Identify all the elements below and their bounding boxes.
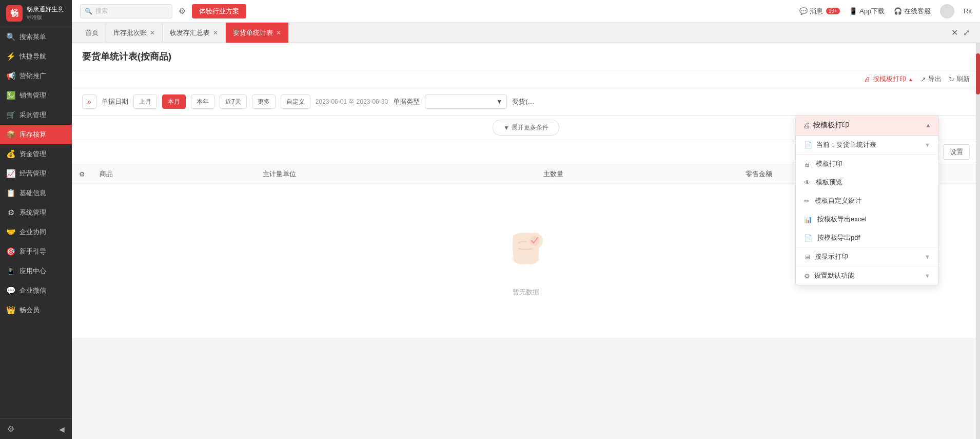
date-more-btn[interactable]: 更多	[252, 94, 276, 109]
date-label: 单据日期	[102, 97, 128, 106]
tab-order-stats-close[interactable]: ✕	[276, 29, 281, 36]
sidebar-item-system[interactable]: ⚙ 系统管理	[0, 203, 72, 222]
messages-icon: 💬	[799, 7, 808, 15]
print-btn[interactable]: 🖨 按模板打印 ▲	[864, 74, 913, 84]
display-print-section[interactable]: 🖥 按显示打印 ▼	[796, 247, 938, 266]
basic-info-icon: 📋	[6, 188, 15, 198]
window-maximize-btn[interactable]: ⤢	[963, 28, 970, 37]
set-default-section[interactable]: ⚙ 设置默认功能 ▼	[796, 266, 938, 285]
date-7days-btn[interactable]: 近7天	[220, 94, 247, 109]
sidebar-item-finance[interactable]: 💰 资金管理	[0, 144, 72, 164]
sidebar-item-beginner[interactable]: 🎯 新手引导	[0, 242, 72, 261]
filter-bar: » 单据日期 上月 本月 本年 近7天 更多 自定义 2023-06-01 至 …	[72, 88, 980, 116]
date-this-year-btn[interactable]: 本年	[191, 94, 214, 109]
logo-text: 畅康通好生意 标准版	[27, 6, 64, 21]
template-design-item[interactable]: ✏ 模板自定义设计	[796, 192, 938, 210]
logo-icon: 畅	[6, 5, 23, 22]
date-last-month-btn[interactable]: 上月	[133, 94, 157, 109]
sidebar-item-purchase[interactable]: 🛒 采购管理	[0, 105, 72, 125]
window-close-btn[interactable]: ✕	[951, 28, 958, 37]
date-range-label: 2023-06-01 至 2023-06-30	[316, 98, 388, 106]
sidebar-item-enterprise[interactable]: 🤝 企业协同	[0, 222, 72, 242]
type-select[interactable]: ▼	[425, 94, 507, 109]
filter-expand-btn[interactable]: »	[82, 94, 96, 109]
vip-icon: 👑	[6, 306, 15, 315]
date-this-month-btn[interactable]: 本月	[162, 94, 186, 109]
right-scrollbar[interactable]	[976, 43, 980, 439]
expand-more-btn[interactable]: ▼ 展开更多条件	[493, 120, 559, 136]
username-label: Rit	[964, 7, 972, 15]
print-dropdown-header: 🖨 按模板打印 ▲	[796, 116, 938, 136]
sidebar-bottom: ⚙ ◀	[0, 418, 72, 439]
trial-button[interactable]: 体验行业方案	[192, 4, 246, 18]
sidebar-item-vip[interactable]: 👑 畅会员	[0, 300, 72, 320]
tabs-bar: 首页 库存批次账 ✕ 收发存汇总表 ✕ 要货单统计表 ✕ ✕ ⤢	[72, 23, 980, 43]
sidebar-item-enterprise-wechat[interactable]: 💬 企业微信	[0, 281, 72, 300]
sidebar-settings-btn[interactable]: ⚙	[7, 424, 14, 434]
sidebar-item-inventory[interactable]: 📦 库存核算	[0, 125, 72, 144]
app-download-item[interactable]: 📱 App下载	[849, 7, 885, 16]
print-dropdown-icon: 🖨	[803, 121, 810, 129]
tab-receipts-summary-close[interactable]: ✕	[213, 29, 218, 36]
sidebar-item-basic-info[interactable]: 📋 基础信息	[0, 183, 72, 203]
export-btn[interactable]: ↗ 导出	[920, 74, 942, 84]
system-icon: ⚙	[6, 208, 15, 217]
messages-badge: 99+	[826, 8, 840, 14]
sidebar-nav: 🔍 搜索菜单 ⚡ 快捷导航 📢 营销推广 💹 销售管理 🛒 采购管理 📦 库存核…	[0, 27, 72, 418]
template-print-item[interactable]: 🖨 模板打印	[796, 155, 938, 173]
sidebar: 畅 畅康通好生意 标准版 🔍 搜索菜单 ⚡ 快捷导航 📢 营销推广 💹 销售管理…	[0, 0, 72, 439]
th-quantity: 主数量	[536, 164, 738, 184]
th-unit: 主计量单位	[256, 164, 536, 184]
refresh-btn[interactable]: ↻ 刷新	[949, 74, 970, 84]
user-avatar[interactable]	[940, 4, 954, 18]
scrollbar-thumb[interactable]	[976, 53, 980, 94]
table-settings-icon[interactable]: ⚙	[79, 170, 85, 178]
expand-more-icon: ▼	[503, 124, 509, 131]
template-preview-item[interactable]: 👁 模板预览	[796, 173, 938, 192]
sidebar-item-marketing[interactable]: 📢 营销推广	[0, 66, 72, 86]
tab-home[interactable]: 首页	[78, 23, 106, 43]
print-dropdown-close-icon[interactable]: ▲	[925, 122, 931, 129]
refresh-icon: ↻	[949, 75, 954, 83]
sidebar-item-search-menu[interactable]: 🔍 搜索菜单	[0, 27, 72, 47]
topbar-right: 💬 消息 99+ 📱 App下载 🎧 在线客服 Rit	[799, 4, 972, 18]
tab-inventory-batch-close[interactable]: ✕	[150, 29, 155, 36]
print-dropdown: 🖨 按模板打印 ▲ 📄 当前：要货单统计表 ▼ 🖨 模板打印 👁	[795, 115, 939, 285]
display-print-icon: 🖥	[804, 253, 811, 261]
online-service-item[interactable]: 🎧 在线客服	[894, 7, 931, 16]
window-controls: ✕ ⤢	[951, 28, 974, 37]
topbar-gear-icon[interactable]: ⚙	[179, 6, 186, 16]
topbar-search[interactable]: 🔍 搜索	[80, 4, 172, 18]
tab-inventory-batch[interactable]: 库存批次账 ✕	[106, 23, 163, 43]
enterprise-wechat-icon: 💬	[6, 286, 15, 295]
type-select-chevron: ▼	[496, 98, 502, 105]
sidebar-item-app-center[interactable]: 📱 应用中心	[0, 261, 72, 281]
content-toolbar: 🖨 按模板打印 ▲ ↗ 导出 ↻ 刷新	[72, 70, 980, 88]
page-content: 要货单统计表(按商品) 🖨 按模板打印 ▲ ↗ 导出 ↻ 刷新 » 单据日期	[72, 43, 980, 439]
template-preview-icon: 👁	[804, 179, 811, 186]
display-print-chevron: ▼	[925, 254, 930, 260]
sidebar-collapse-btn[interactable]: ◀	[59, 425, 65, 433]
current-template-item[interactable]: 📄 当前：要货单统计表 ▼	[796, 136, 938, 155]
template-export-pdf-item[interactable]: 📄 按模板导出pdf	[796, 228, 938, 247]
sidebar-item-operations[interactable]: 📈 经营管理	[0, 164, 72, 183]
tab-receipts-summary[interactable]: 收发存汇总表 ✕	[163, 23, 226, 43]
template-export-excel-item[interactable]: 📊 按模板导出excel	[796, 210, 938, 228]
current-template-chevron: ▼	[925, 142, 930, 148]
sidebar-item-sales[interactable]: 💹 销售管理	[0, 86, 72, 105]
print-dropdown-title: 🖨 按模板打印	[803, 121, 849, 130]
template-export-excel-icon: 📊	[804, 216, 812, 223]
main-area: 🔍 搜索 ⚙ 体验行业方案 💬 消息 99+ 📱 App下载 🎧 在线客服 Ri…	[72, 0, 980, 439]
tab-order-stats[interactable]: 要货单统计表 ✕	[226, 23, 289, 43]
template-export-pdf-icon: 📄	[804, 234, 812, 242]
inventory-icon: 📦	[6, 130, 15, 139]
empty-text: 暂无数据	[513, 288, 539, 297]
sidebar-item-quick-nav[interactable]: ⚡ 快捷导航	[0, 47, 72, 66]
topbar: 🔍 搜索 ⚙ 体验行业方案 💬 消息 99+ 📱 App下载 🎧 在线客服 Ri…	[72, 0, 980, 23]
messages-item[interactable]: 💬 消息 99+	[799, 7, 840, 16]
order-type-label: 要货(…	[512, 97, 534, 106]
app-logo: 畅 畅康通好生意 标准版	[0, 0, 72, 27]
page-header: 要货单统计表(按商品)	[72, 43, 980, 70]
date-custom-btn[interactable]: 自定义	[281, 94, 310, 109]
settings-btn[interactable]: 设置	[943, 144, 970, 160]
